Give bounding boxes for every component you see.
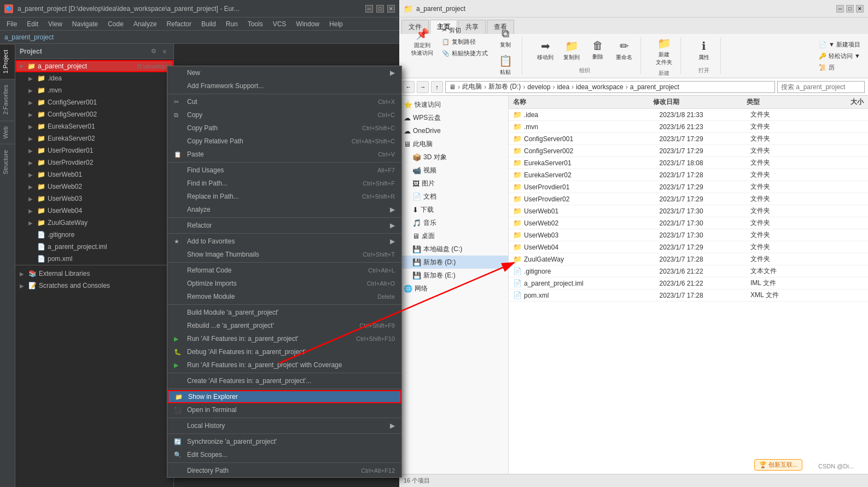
ctx-new[interactable]: New ▶: [167, 66, 401, 79]
ctx-copy[interactable]: ⧉ Copy Ctrl+C: [167, 108, 401, 121]
ctx-refactor[interactable]: Refactor ▶: [167, 219, 401, 232]
menu-tools[interactable]: Tools: [243, 19, 267, 29]
paste-button[interactable]: 📋 粘贴: [493, 52, 517, 78]
menu-file[interactable]: File: [2, 19, 21, 29]
file-row[interactable]: 📁 UserWeb02 2023/1/7 17:30 文件夹: [509, 217, 868, 229]
menu-refactor[interactable]: Refactor: [162, 19, 196, 29]
file-row[interactable]: 📁 UserProvdier01 2023/1/7 17:29 文件夹: [509, 181, 868, 193]
ctx-remove-module[interactable]: Remove Module Delete: [167, 290, 401, 303]
ctx-analyze[interactable]: Analyze ▶: [167, 203, 401, 216]
ctx-create-features[interactable]: Create 'All Features in: a_parent_projec…: [167, 374, 401, 387]
file-row[interactable]: 📁 EurekaServer02 2023/1/7 17:28 文件夹: [509, 169, 868, 181]
properties-button[interactable]: ℹ 属性: [692, 37, 716, 63]
ctx-local-history[interactable]: Local History ▶: [167, 419, 401, 432]
ctx-show-in-explorer[interactable]: 📁 Show in Explorer: [167, 390, 401, 403]
ctx-build-module[interactable]: Build Module 'a_parent_project': [167, 306, 401, 319]
nav-documents[interactable]: 📄 文档: [399, 190, 508, 203]
ctx-edit-scopes[interactable]: 🔍 Edit Scopes...: [167, 448, 401, 461]
tree-item-eureka01[interactable]: ▶ 📁 EurekaServer01: [15, 120, 173, 132]
tree-item-userprov02[interactable]: ▶ 📁 UserProvdier02: [15, 156, 173, 169]
menu-view[interactable]: View: [44, 19, 67, 29]
nav-pictures[interactable]: 🖼 图片: [399, 177, 508, 190]
tree-item-userweb02[interactable]: ▶ 📁 UserWeb02: [15, 181, 173, 193]
ctx-find-in-path[interactable]: Find in Path... Ctrl+Shift+F: [167, 177, 401, 190]
settings-icon[interactable]: ⚙: [149, 47, 158, 56]
tree-item-iml[interactable]: 📄 a_parent_project.iml: [15, 241, 173, 253]
ctx-cut[interactable]: ✂ Cut Ctrl+X: [167, 95, 401, 108]
side-tab-project[interactable]: 1:Project: [0, 44, 15, 79]
exp-maximize[interactable]: □: [846, 5, 854, 13]
file-row[interactable]: 📁 EurekaServer01 2023/1/7 18:08 文件夹: [509, 157, 868, 169]
copy-button[interactable]: ⧉ 复制: [493, 25, 517, 51]
ctx-replace-in-path[interactable]: Replace in Path... Ctrl+Shift+R: [167, 190, 401, 203]
menu-run[interactable]: Run: [222, 19, 242, 29]
ctx-reformat[interactable]: Reformat Code Ctrl+Alt+L: [167, 264, 401, 277]
ctx-open-terminal[interactable]: ⬛ Open in Terminal: [167, 403, 401, 416]
cut-button[interactable]: ✂ 剪切: [439, 25, 491, 36]
side-tab-structure[interactable]: Structure: [0, 144, 15, 180]
file-row[interactable]: 📁 .mvn 2023/1/6 21:23 文件夹: [509, 121, 868, 133]
nav-computer[interactable]: 🖥 此电脑: [399, 137, 508, 150]
ctx-paste[interactable]: 📋 Paste Ctrl+V: [167, 148, 401, 161]
tree-item-eureka02[interactable]: ▶ 📁 EurekaServer02: [15, 132, 173, 144]
tree-item-configserver002[interactable]: ▶ 📁 ConfigServer002: [15, 108, 173, 120]
menu-navigate[interactable]: Navigate: [68, 19, 102, 29]
delete-button[interactable]: 🗑 删除: [586, 37, 610, 63]
menu-window[interactable]: Window: [292, 19, 324, 29]
ctx-optimize[interactable]: Optimize Imports Ctrl+Alt+O: [167, 277, 401, 290]
side-tab-favorites[interactable]: 2:Favorites: [0, 79, 15, 120]
nav-3d[interactable]: 📦 3D 对象: [399, 150, 508, 164]
file-row[interactable]: 📁 ConfigServer001 2023/1/7 17:29 文件夹: [509, 133, 868, 145]
ctx-show-thumbnails[interactable]: Show Image Thumbnails Ctrl+Shift+T: [167, 248, 401, 261]
menu-analyze[interactable]: Analyze: [129, 19, 161, 29]
close-button[interactable]: ✕: [387, 5, 395, 13]
file-row[interactable]: 📄 .gitignore 2023/1/6 21:22 文本文件: [509, 265, 868, 277]
gear-icon[interactable]: ≡: [160, 47, 169, 56]
tree-item-configserver001[interactable]: ▶ 📁 ConfigServer001: [15, 96, 173, 108]
copy-path-button[interactable]: 📋 复制路径: [439, 37, 491, 47]
file-row[interactable]: 📁 UserWeb04 2023/1/7 17:29 文件夹: [509, 241, 868, 253]
ctx-run-features[interactable]: ▶ Run 'All Features in: a_parent_project…: [167, 332, 401, 345]
new-folder-button[interactable]: 📁 新建文件夹: [652, 34, 676, 68]
exp-close[interactable]: ✕: [856, 5, 864, 13]
tree-item-pom[interactable]: 📄 pom.xml: [15, 253, 173, 265]
ctx-add-favorites[interactable]: ★ Add to Favorites ▶: [167, 235, 401, 248]
address-path[interactable]: 🖥 › 此电脑 › 新加卷 (D:) › develop › idea › id…: [445, 81, 775, 93]
tree-item-userprov01[interactable]: ▶ 📁 UserProvdier01: [15, 144, 173, 156]
history-button[interactable]: 📜 历: [815, 62, 864, 73]
tree-item-userweb04[interactable]: ▶ 📁 UserWeb04: [15, 205, 173, 217]
paste-shortcut-button[interactable]: 📎 粘贴快捷方式: [439, 48, 491, 59]
tree-item-mvn[interactable]: ▶ 📁 .mvn: [15, 84, 173, 96]
new-project-button[interactable]: 📄 ▼ 新建项目: [815, 39, 864, 50]
file-row[interactable]: 📁 ZuulGateWay 2023/1/7 17:28 文件夹: [509, 253, 868, 265]
maximize-button[interactable]: □: [376, 5, 384, 13]
menu-edit[interactable]: Edit: [22, 19, 43, 29]
file-row[interactable]: 📄 pom.xml 2023/1/7 17:28 XML 文件: [509, 289, 868, 302]
nav-drive-d[interactable]: 💾 新加卷 (D:): [399, 256, 508, 269]
copy-to-button[interactable]: 📁 复制到: [560, 37, 584, 63]
breadcrumb-item[interactable]: a_parent_project: [4, 33, 54, 41]
file-row[interactable]: 📁 .idea 2023/1/8 21:33 文件夹: [509, 109, 868, 121]
ctx-copy-path[interactable]: Copy Path Ctrl+Shift+C: [167, 121, 401, 135]
exp-minimize[interactable]: ─: [836, 5, 844, 13]
nav-downloads[interactable]: ⬇ 下载: [399, 203, 508, 216]
tree-item-scratches[interactable]: ▶ 📝 Scratches and Consoles: [15, 280, 173, 292]
nav-network[interactable]: 🌐 网络: [399, 282, 508, 295]
forward-button[interactable]: →: [417, 81, 429, 93]
ctx-directory-path[interactable]: Directory Path Ctrl+Alt+F12: [167, 464, 401, 477]
file-row[interactable]: 📁 UserWeb01 2023/1/7 17:30 文件夹: [509, 205, 868, 217]
pin-to-quickaccess-button[interactable]: 📌 固定到快速访问: [408, 25, 436, 59]
tree-item-userweb03[interactable]: ▶ 📁 UserWeb03: [15, 193, 173, 205]
move-to-button[interactable]: ➡ 移动到: [533, 37, 557, 63]
nav-desktop[interactable]: 🖥 桌面: [399, 229, 508, 242]
tree-item-external-libs[interactable]: ▶ 📚 External Libraries: [15, 268, 173, 280]
nav-onedrive[interactable]: ☁ OneDrive: [399, 124, 508, 137]
nav-wps[interactable]: ☁ WPS云盘: [399, 111, 508, 124]
nav-quickaccess[interactable]: ⭐ 快速访问: [399, 98, 508, 111]
ctx-copy-relative-path[interactable]: Copy Relative Path Ctrl+Alt+Shift+C: [167, 135, 401, 148]
ctx-synchronize[interactable]: 🔄 Synchronize 'a_parent_project': [167, 435, 401, 448]
easy-access-button[interactable]: 🔑 轻松访问 ▼: [815, 51, 864, 61]
file-row[interactable]: 📁 ConfigServer002 2023/1/7 17:29 文件夹: [509, 145, 868, 157]
menu-code[interactable]: Code: [103, 19, 128, 29]
nav-video[interactable]: 📹 视频: [399, 164, 508, 177]
